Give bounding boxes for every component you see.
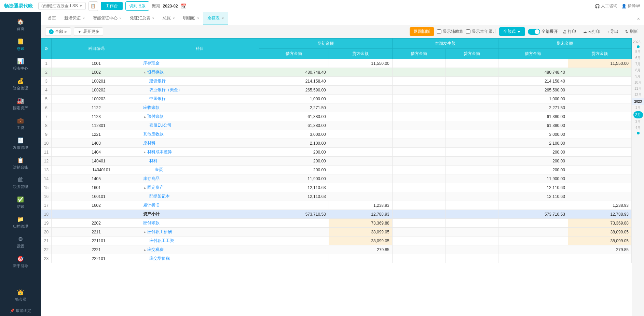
sidebar-item-settings[interactable]: ⚙ 设置 [0,232,41,252]
rs-3m[interactable]: 3月 [635,119,642,125]
rs-2m-active[interactable]: 2月 [633,111,643,118]
all-selector-button[interactable]: ✓ 全部 ▶ [45,27,71,36]
cancel-fixed-button[interactable]: 📌 取消固定 [0,305,41,316]
row-name[interactable]: 农业银行（美金） [141,86,259,95]
row-name[interactable]: ▲ 材料成本差异 [141,148,259,157]
account-name-link[interactable]: 其他应收款 [143,132,164,137]
row-name[interactable]: 应付职工工资 [141,236,259,245]
tab-general-ledger[interactable]: 总账 × [159,12,179,25]
account-name-link[interactable]: 银行存款 [147,70,164,74]
account-name-link[interactable]: 材料 [149,158,157,163]
row-name[interactable]: 中国银行 [141,95,259,103]
settings-col-header[interactable]: ⚙ [41,39,52,59]
user-info[interactable]: 👤 徐泽华 [621,3,640,9]
export-button[interactable]: ↑ 导出 [605,28,620,35]
account-name-link[interactable]: 嘉属EU公司 [149,123,172,128]
sidebar-item-archive[interactable]: 📁 归档管理 [0,213,41,232]
tab-detail-ledger-close[interactable]: × [197,16,199,20]
account-name-link[interactable]: 固定资产 [147,185,164,190]
rs-12m[interactable]: 12月 [634,92,642,98]
sidebar-item-funds[interactable]: 💰 资金管理 [0,74,41,94]
account-name-link[interactable]: 材料成本差异 [147,149,172,154]
row-name[interactable]: 应交增值税 [141,254,259,263]
account-name-link[interactable]: 应付职工薪酬 [147,229,172,234]
account-name-link[interactable]: 应交增值税 [149,256,170,261]
row-name[interactable]: 应收账款 [141,103,259,112]
tab-smart-voucher-close[interactable]: × [120,16,122,20]
row-name[interactable]: 库存现金 [141,59,259,68]
row-name[interactable]: 原材料 [141,139,259,148]
tab-smart-voucher[interactable]: 智能凭证中心 × [89,12,126,25]
row-name[interactable]: 配提架记本 [141,192,259,201]
cloud-print-button[interactable]: ☁ 云打印 [581,28,602,35]
row-name[interactable]: 建设银行 [141,77,259,86]
account-name-link[interactable]: 预付账款 [147,114,164,119]
format-button[interactable]: 全额式 ▼ [499,27,525,36]
toggle-switch[interactable] [528,29,540,35]
account-name-link[interactable]: 库存现金 [143,61,160,66]
print-button[interactable]: 🖨 打印 [561,28,578,35]
expand-more-button[interactable]: ▼ 展开更多 [74,27,103,36]
row-name[interactable]: ▲ 银行存款 [141,68,259,77]
return-old-button[interactable]: 返回旧版 [410,27,434,36]
row-name[interactable]: 材料 [141,157,259,166]
rs-8m[interactable]: 8月 [635,67,642,73]
row-name[interactable]: ▲ 预付账款 [141,112,259,121]
sidebar-item-guide[interactable]: 🎯 新手引导 [0,252,41,272]
show-aux-checkbox[interactable]: 显示辅助算 [437,29,463,34]
tab-add-voucher-close[interactable]: × [83,16,85,20]
tab-home[interactable]: 首页 [44,12,60,25]
ytd-checkbox-input[interactable] [466,29,470,34]
account-name-link[interactable]: 农业银行（美金） [149,87,182,92]
sidebar-item-member[interactable]: 👑 畅会员 [0,286,41,305]
rs-9m[interactable]: 9月 [635,73,642,80]
sidebar-item-close[interactable]: ✅ 结账 [0,193,41,213]
sidebar-item-invoice[interactable]: 🧾 发票管理 [0,134,41,154]
tab-voucher-summary[interactable]: 凭证汇总表 × [126,12,159,25]
rs-5m[interactable]: 5月 [635,49,642,55]
tab-general-ledger-close[interactable]: × [173,16,175,20]
sidebar-item-assets[interactable]: 🏭 固定资产 [0,94,41,114]
sidebar-item-sales[interactable]: 📋 进销台账 [0,154,41,173]
expand-all-toggle[interactable]: 全部展开 [528,29,558,35]
row-name[interactable]: 壹蛋 [141,166,259,174]
account-name-link[interactable]: 应收账款 [143,105,160,110]
aux-checkbox-input[interactable] [437,29,441,34]
account-name-link[interactable]: 应交税费 [147,247,164,252]
sidebar-item-reports[interactable]: 📊 报表中心 [0,55,41,74]
row-name[interactable]: 嘉属EU公司 [141,121,259,130]
rs-4m[interactable]: 4月 [635,125,642,131]
rs-7m[interactable]: 7月 [635,61,642,67]
rs-10m[interactable]: 10月 [634,80,642,86]
row-name[interactable]: ▲ 应付职工薪酬 [141,228,259,236]
account-name-link[interactable]: 原材料 [143,141,155,145]
row-name[interactable]: ▲ 应交税费 [141,245,259,254]
sidebar-item-ledger[interactable]: 📒 总账 [0,35,41,55]
doc-icon-button[interactable]: 📋 [88,1,98,11]
tab-detail-ledger[interactable]: 明细账 × [179,12,203,25]
account-name-link[interactable]: 库存商品 [143,176,160,181]
account-name-link[interactable]: 累计折旧 [143,203,160,207]
account-name-link[interactable]: 配提架记本 [149,194,170,199]
company-selector[interactable]: (勿删)江西股金-LSS ▼ [38,2,86,10]
tab-voucher-summary-close[interactable]: × [152,16,154,20]
service-button[interactable]: 🎧 人工咨询 [595,3,617,9]
rs-1m[interactable]: 1月 [635,105,642,111]
tab-add-voucher[interactable]: 新增凭证 × [60,12,89,25]
row-name[interactable]: ▲ 固定资产 [141,183,259,192]
sidebar-item-home[interactable]: 🏠 首页 [0,15,41,35]
row-name[interactable]: 累计折旧 [141,201,259,210]
show-ytd-checkbox[interactable]: 显示本年累计 [466,29,496,34]
account-name-link[interactable]: 应付账款 [143,220,160,225]
rs-6m[interactable]: 6月 [635,55,642,61]
tab-balance-sheet[interactable]: 余额表 × [203,12,228,25]
workbench-button[interactable]: 工作台 [101,2,123,10]
tab-balance-sheet-close[interactable]: × [222,16,224,20]
refresh-button[interactable]: ↻ 刷新 [623,28,640,35]
account-name-link[interactable]: 中国银行 [149,96,166,101]
row-name[interactable]: 其他应收款 [141,130,259,139]
close-all-tabs-button[interactable]: × [636,15,641,23]
account-name-link[interactable]: 建设银行 [149,78,166,83]
row-name[interactable]: 库存商品 [141,174,259,183]
account-name-link[interactable]: 壹蛋 [155,167,163,172]
